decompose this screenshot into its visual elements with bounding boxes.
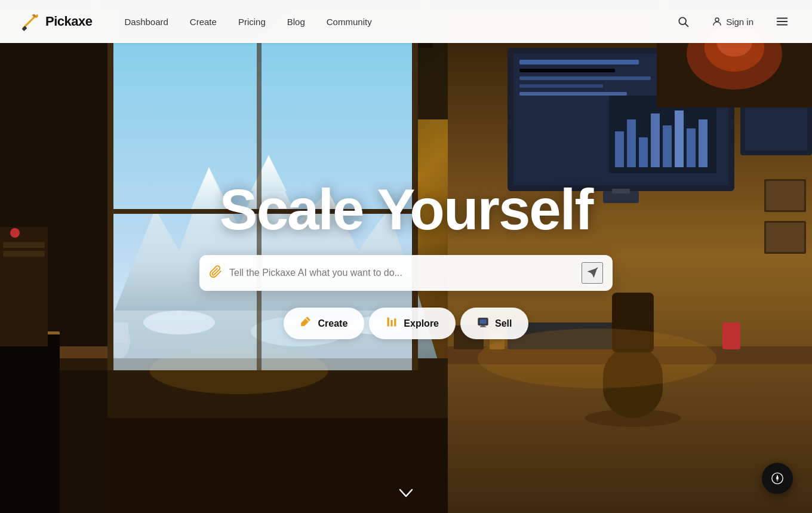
explore-button[interactable]: Explore xyxy=(369,308,456,339)
svg-point-99 xyxy=(776,477,779,480)
user-icon xyxy=(712,16,722,27)
fab-button[interactable] xyxy=(762,463,793,494)
attach-icon xyxy=(209,265,222,281)
search-submit-button[interactable] xyxy=(582,262,603,284)
nav-community[interactable]: Community xyxy=(318,12,380,32)
svg-point-82 xyxy=(715,18,719,21)
svg-rect-79 xyxy=(22,26,27,31)
pickaxe-logo-icon xyxy=(19,11,41,32)
scroll-down-indicator[interactable] xyxy=(399,487,413,501)
sell-icon xyxy=(477,316,489,331)
hero-content: Scale Yourself Create xyxy=(0,43,812,513)
svg-rect-95 xyxy=(480,327,486,327)
svg-marker-87 xyxy=(588,268,598,278)
nav-dashboard[interactable]: Dashboard xyxy=(116,12,176,32)
navbar: Pickaxe Dashboard Create Pricing Blog Co… xyxy=(0,0,812,43)
svg-rect-90 xyxy=(391,320,393,327)
nav-blog[interactable]: Blog xyxy=(279,12,313,32)
svg-rect-89 xyxy=(387,318,389,327)
hero-title: Scale Yourself xyxy=(220,181,593,238)
nav-right: Sign in xyxy=(672,11,793,32)
send-icon xyxy=(586,267,598,279)
explore-label: Explore xyxy=(404,318,439,329)
search-bar xyxy=(199,255,613,291)
nav-create[interactable]: Create xyxy=(182,12,225,32)
action-buttons: Create Explore Sell xyxy=(284,308,529,339)
search-button[interactable] xyxy=(672,11,694,32)
explore-icon xyxy=(386,316,398,331)
sell-button[interactable]: Sell xyxy=(460,308,528,339)
create-icon xyxy=(300,316,312,331)
nav-links: Dashboard Create Pricing Blog Community xyxy=(116,12,672,32)
create-label: Create xyxy=(318,318,348,329)
svg-rect-94 xyxy=(481,325,485,327)
hamburger-icon xyxy=(776,15,789,28)
compass-icon xyxy=(771,472,784,485)
sign-in-button[interactable]: Sign in xyxy=(703,11,762,32)
menu-button[interactable] xyxy=(771,11,793,32)
svg-line-81 xyxy=(685,24,688,27)
logo[interactable]: Pickaxe xyxy=(19,11,92,32)
create-button[interactable]: Create xyxy=(284,308,365,339)
svg-rect-91 xyxy=(394,318,396,326)
search-input[interactable] xyxy=(229,268,574,278)
nav-pricing[interactable]: Pricing xyxy=(230,12,274,32)
svg-rect-93 xyxy=(479,320,487,324)
chevron-down-icon xyxy=(399,489,413,498)
logo-text: Pickaxe xyxy=(45,14,92,29)
sell-label: Sell xyxy=(495,318,512,329)
sign-in-label: Sign in xyxy=(726,17,753,27)
